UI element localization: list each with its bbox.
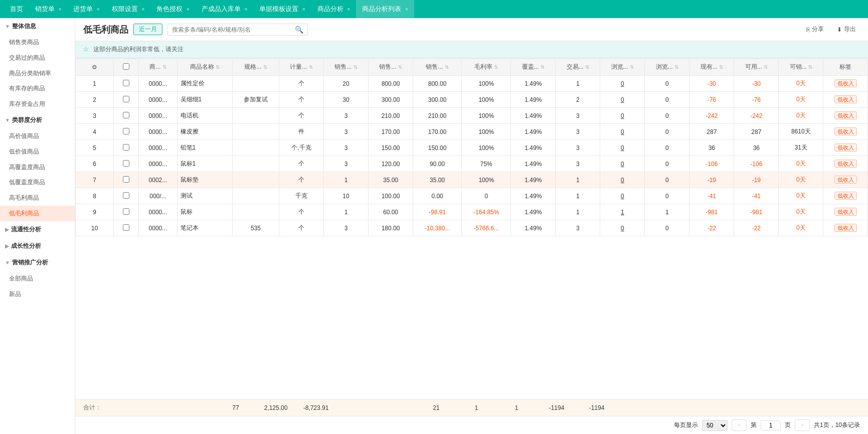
row-checkbox[interactable] xyxy=(123,192,129,199)
col-current-stock[interactable]: 现有... ⇅ xyxy=(689,59,734,76)
col-sales-price[interactable]: 销售... ⇅ xyxy=(368,59,413,76)
cell-code: 0000... xyxy=(139,92,177,108)
cell-checkbox[interactable] xyxy=(114,108,139,124)
row-checkbox[interactable] xyxy=(123,80,129,86)
sidebar-group-marketing[interactable]: ▼ 营销推广分析 xyxy=(0,254,75,271)
row-checkbox[interactable] xyxy=(123,224,129,231)
col-unit[interactable]: 计量... ⇅ xyxy=(279,59,323,76)
col-views2[interactable]: 浏览... ⇅ xyxy=(645,59,689,76)
row-checkbox[interactable] xyxy=(123,112,129,118)
sidebar-item-traded-products[interactable]: 交易过的商品 xyxy=(0,50,75,66)
cell-views1[interactable]: 0 xyxy=(600,108,645,124)
sidebar-item-stock-products[interactable]: 有库存的商品 xyxy=(0,81,75,96)
nav-close-product-analysis[interactable]: × xyxy=(347,7,350,12)
sidebar-item-category-sales-rate[interactable]: 商品分类助销率 xyxy=(0,66,75,81)
col-trade-count[interactable]: 交易... ⇅ xyxy=(556,59,600,76)
col-settings[interactable]: ⚙ xyxy=(76,59,114,76)
sidebar-item-stock-capital[interactable]: 库存资金占用 xyxy=(0,96,75,112)
nav-item-permissions[interactable]: 权限设置 × xyxy=(106,0,150,18)
sidebar-item-high-margin[interactable]: 高毛利商品 xyxy=(0,190,75,206)
search-box: 🔍 xyxy=(167,24,308,36)
col-tag[interactable]: 标签 xyxy=(823,59,868,76)
nav-item-sales[interactable]: 销货单 × xyxy=(29,0,67,18)
sidebar-group-growth[interactable]: ▶ 成长性分析 xyxy=(0,238,75,254)
sidebar-item-low-value[interactable]: 低价值商品 xyxy=(0,144,75,160)
cell-views1[interactable]: 0 xyxy=(600,124,645,140)
sidebar-item-high-coverage[interactable]: 高覆盖度商品 xyxy=(0,160,75,175)
page-input[interactable] xyxy=(761,420,781,430)
nav-item-purchase[interactable]: 进货单 × xyxy=(67,0,105,18)
nav-close-permissions[interactable]: × xyxy=(142,7,145,12)
row-checkbox[interactable] xyxy=(123,208,129,215)
row-checkbox[interactable] xyxy=(123,176,129,183)
cell-views1[interactable]: 0 xyxy=(600,156,645,172)
select-all-checkbox[interactable] xyxy=(123,63,129,70)
col-available-stock[interactable]: 可用... ⇅ xyxy=(734,59,779,76)
cell-checkbox[interactable] xyxy=(114,220,139,236)
cell-views1[interactable]: 0 xyxy=(600,140,645,156)
cell-views1[interactable]: 0 xyxy=(600,220,645,236)
prev-page-button[interactable]: ＜ xyxy=(732,419,747,431)
tag-badge: 低收入 xyxy=(834,95,857,103)
sidebar-item-sales-products[interactable]: 销售类商品 xyxy=(0,35,75,50)
row-checkbox[interactable] xyxy=(123,96,129,102)
cell-checkbox[interactable] xyxy=(114,172,139,188)
nav-item-roles[interactable]: 角色授权 × xyxy=(150,0,195,18)
sidebar-item-low-coverage[interactable]: 低覆盖度商品 xyxy=(0,175,75,190)
col-code[interactable]: 商... ⇅ xyxy=(139,59,177,76)
sidebar-group-liquidity[interactable]: ▶ 流通性分析 xyxy=(0,221,75,238)
next-page-button[interactable]: ＞ xyxy=(795,419,810,431)
col-sales-amount[interactable]: 销售... ⇅ xyxy=(413,59,461,76)
col-coverage[interactable]: 覆盖... ⇅ xyxy=(511,59,556,76)
sidebar-group-overall[interactable]: ▼ 整体信息 xyxy=(0,18,75,35)
cell-checkbox[interactable] xyxy=(114,156,139,172)
nav-close-template-settings[interactable]: × xyxy=(302,7,305,12)
data-table-container[interactable]: ⚙ 商... ⇅ 商品名称 ⇅ 规格... ⇅ 计量... ⇅ 销售... ⇅ … xyxy=(75,58,868,399)
cell-trade-count: 3 xyxy=(556,124,600,140)
col-spec[interactable]: 规格... ⇅ xyxy=(232,59,279,76)
sidebar-item-high-value[interactable]: 高价值商品 xyxy=(0,128,75,144)
col-checkbox[interactable] xyxy=(114,59,139,76)
cell-checkbox[interactable] xyxy=(114,124,139,140)
cell-views1[interactable]: 0 xyxy=(600,92,645,108)
cell-checkbox[interactable] xyxy=(114,140,139,156)
search-input[interactable] xyxy=(172,26,295,33)
col-sellable-days[interactable]: 可销... ⇅ xyxy=(779,59,823,76)
cell-views1[interactable]: 0 xyxy=(600,76,645,92)
row-checkbox[interactable] xyxy=(123,160,129,167)
nav-item-analysis-list[interactable]: 商品分析列表 × xyxy=(356,0,414,18)
filter-recent-month-button[interactable]: 近一月 xyxy=(133,24,162,35)
cell-checkbox[interactable] xyxy=(114,76,139,92)
export-button[interactable]: ⬇ 导出 xyxy=(833,23,860,36)
sidebar-item-low-margin[interactable]: 低毛利商品 xyxy=(0,206,75,221)
nav-close-sales[interactable]: × xyxy=(59,7,62,12)
row-checkbox[interactable] xyxy=(123,128,129,134)
share-button[interactable]: ⎘ 分享 xyxy=(802,23,828,36)
nav-item-product-entry[interactable]: 产成品入库单 × xyxy=(196,0,253,18)
cell-checkbox[interactable] xyxy=(114,92,139,108)
sidebar-group-cluster[interactable]: ▼ 类群度分析 xyxy=(0,112,75,128)
col-views1[interactable]: 浏览... ⇅ xyxy=(600,59,645,76)
nav-close-roles[interactable]: × xyxy=(187,7,190,12)
cell-checkbox[interactable] xyxy=(114,204,139,220)
row-checkbox[interactable] xyxy=(123,144,129,151)
cell-trade-count: 3 xyxy=(556,156,600,172)
sidebar-item-all-products[interactable]: 全部商品 xyxy=(0,271,75,286)
nav-item-product-analysis[interactable]: 商品分析 × xyxy=(311,0,356,18)
nav-close-analysis-list[interactable]: × xyxy=(405,7,408,12)
col-gross-margin[interactable]: 毛利率 ⇅ xyxy=(462,59,511,76)
cell-views1[interactable]: 0 xyxy=(600,188,645,204)
nav-close-product-entry[interactable]: × xyxy=(245,7,248,12)
nav-close-purchase[interactable]: × xyxy=(97,7,100,12)
cell-checkbox[interactable] xyxy=(114,188,139,204)
search-icon[interactable]: 🔍 xyxy=(295,26,303,34)
nav-item-template-settings[interactable]: 单据模板设置 × xyxy=(253,0,311,18)
col-name[interactable]: 商品名称 ⇅ xyxy=(177,59,232,76)
cell-views1[interactable]: 1 xyxy=(600,204,645,220)
per-page-select[interactable]: 50 10 20 100 xyxy=(702,420,728,431)
col-sales-qty[interactable]: 销售... ⇅ xyxy=(323,59,368,76)
sidebar-item-new-products[interactable]: 新品 xyxy=(0,286,75,302)
nav-item-home[interactable]: 首页 xyxy=(4,0,29,18)
cell-views1[interactable]: 0 xyxy=(600,172,645,188)
cell-no: 4 xyxy=(76,124,114,140)
